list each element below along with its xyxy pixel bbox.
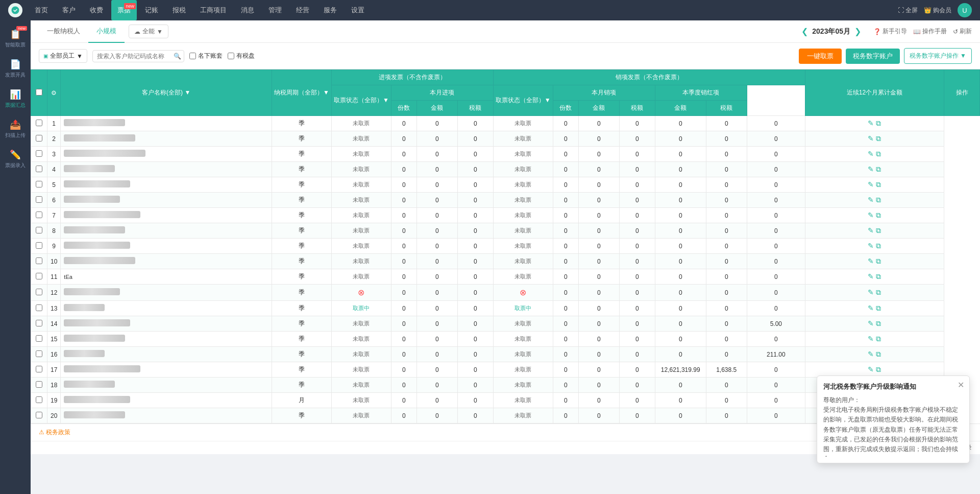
row-client-name[interactable]	[61, 223, 272, 239]
row-client-name[interactable]	[61, 347, 272, 362]
nav-manage[interactable]: 管理	[262, 0, 288, 20]
copy-icon[interactable]: ⧉	[876, 165, 881, 174]
copy-icon[interactable]: ⧉	[876, 211, 881, 220]
digital-account-button[interactable]: 税务数字账户	[846, 49, 900, 64]
copy-icon[interactable]: ⧉	[876, 272, 881, 281]
one-click-invoice-button[interactable]: 一键取票	[799, 49, 842, 64]
row-checkbox[interactable]	[31, 254, 47, 269]
row-checkbox[interactable]	[31, 116, 47, 131]
copy-icon[interactable]: ⧉	[876, 319, 881, 328]
row-client-name[interactable]	[61, 208, 272, 223]
copy-icon[interactable]: ⧉	[876, 119, 881, 128]
nav-settings[interactable]: 设置	[345, 0, 371, 20]
edit-icon[interactable]: ✎	[868, 180, 874, 189]
edit-icon[interactable]: ✎	[868, 304, 874, 313]
row-checkbox[interactable]	[31, 193, 47, 208]
row-client-name[interactable]	[61, 162, 272, 177]
copy-icon[interactable]: ⧉	[876, 257, 881, 266]
row-checkbox[interactable]	[31, 285, 47, 301]
row-checkbox[interactable]	[31, 269, 47, 285]
edit-icon[interactable]: ✎	[868, 365, 874, 374]
row-client-name[interactable]	[61, 177, 272, 193]
copy-icon[interactable]: ⧉	[876, 196, 881, 204]
new-guide-button[interactable]: ❓ 新手引导	[873, 27, 907, 36]
row-client-name[interactable]	[61, 131, 272, 147]
row-checkbox[interactable]	[31, 347, 47, 362]
tab-small-scale[interactable]: 小规模	[88, 20, 125, 43]
edit-icon[interactable]: ✎	[868, 119, 874, 128]
edit-icon[interactable]: ✎	[868, 350, 874, 359]
nav-message[interactable]: 消息	[235, 0, 260, 20]
row-checkbox[interactable]	[31, 316, 47, 332]
edit-icon[interactable]: ✎	[868, 272, 874, 281]
row-checkbox[interactable]	[31, 162, 47, 177]
nav-tax[interactable]: 报税	[166, 0, 192, 20]
copy-icon[interactable]: ⧉	[876, 365, 881, 374]
row-checkbox[interactable]	[31, 177, 47, 193]
row-client-name[interactable]	[61, 193, 272, 208]
row-checkbox[interactable]	[31, 239, 47, 254]
row-checkbox[interactable]	[31, 362, 47, 378]
copy-icon[interactable]: ⧉	[876, 180, 881, 189]
th-in-status[interactable]: 取票状态（全部）▼	[331, 85, 391, 116]
edit-icon[interactable]: ✎	[868, 196, 874, 204]
row-client-name[interactable]	[61, 239, 272, 254]
row-client-name[interactable]	[61, 301, 272, 316]
row-checkbox[interactable]	[31, 131, 47, 147]
row-checkbox[interactable]	[31, 393, 47, 408]
row-client-name[interactable]	[61, 393, 272, 408]
sidebar-item-smart-invoice[interactable]: 📋 智能取票 new	[2, 25, 29, 53]
nav-operation[interactable]: 经营	[290, 0, 315, 20]
row-checkbox[interactable]	[31, 408, 47, 424]
copy-icon[interactable]: ⧉	[876, 226, 881, 235]
refresh-button[interactable]: ↺ 刷新	[953, 27, 972, 36]
th-out-status[interactable]: 取票状态（全部）▼	[493, 85, 553, 116]
copy-icon[interactable]: ⧉	[876, 134, 881, 143]
tab-all[interactable]: ☁ 全能 ▼	[129, 25, 168, 38]
checkbox-under-account[interactable]: 名下账套	[189, 52, 223, 60]
edit-icon[interactable]: ✎	[868, 211, 874, 220]
th-tax-period[interactable]: 纳税周期（全部）▼	[272, 70, 332, 116]
copy-icon[interactable]: ⧉	[876, 242, 881, 250]
search-icon[interactable]: 🔍	[174, 53, 181, 60]
row-client-name[interactable]	[61, 378, 272, 393]
edit-icon[interactable]: ✎	[868, 257, 874, 266]
edit-icon[interactable]: ✎	[868, 134, 874, 143]
tab-general-taxpayer[interactable]: 一般纳税人	[39, 20, 88, 43]
nav-invoice[interactable]: 票据 new	[111, 0, 137, 20]
member-button[interactable]: 👑 购会员	[924, 6, 951, 15]
row-checkbox[interactable]	[31, 208, 47, 223]
sidebar-item-invoice-summary[interactable]: 📊 票据汇总	[2, 85, 29, 113]
row-client-name[interactable]	[61, 332, 272, 347]
search-input[interactable]	[97, 53, 174, 60]
edit-icon[interactable]: ✎	[868, 319, 874, 328]
row-client-name[interactable]	[61, 362, 272, 378]
row-client-name[interactable]	[61, 285, 272, 301]
edit-icon[interactable]: ✎	[868, 242, 874, 250]
policy-link[interactable]: ⚠ 税务政策	[39, 428, 70, 437]
nav-client[interactable]: 客户	[56, 0, 82, 20]
edit-icon[interactable]: ✎	[868, 150, 874, 158]
nav-bookkeeping[interactable]: 记账	[139, 0, 164, 20]
row-checkbox[interactable]	[31, 332, 47, 347]
prev-month-button[interactable]: ❮	[801, 27, 808, 36]
copy-icon[interactable]: ⧉	[876, 350, 881, 359]
next-month-button[interactable]: ❯	[854, 27, 861, 36]
row-client-name[interactable]	[61, 408, 272, 424]
edit-icon[interactable]: ✎	[868, 226, 874, 235]
search-box[interactable]: 🔍	[92, 50, 184, 62]
employee-select[interactable]: ▣ 全部员工 ▼	[39, 49, 87, 63]
settings-icon[interactable]: ⚙	[51, 89, 57, 97]
copy-icon[interactable]: ⧉	[876, 335, 881, 343]
row-client-name[interactable]	[61, 316, 272, 332]
sidebar-item-open-invoice[interactable]: 📄 发票开具	[2, 55, 29, 83]
row-client-name[interactable]	[61, 254, 272, 269]
nav-home[interactable]: 首页	[29, 0, 54, 20]
user-avatar[interactable]: U	[958, 3, 972, 17]
row-checkbox[interactable]	[31, 378, 47, 393]
row-client-name[interactable]: tEa	[61, 269, 272, 285]
out-status-error[interactable]: ⊗	[520, 288, 526, 297]
th-client-name[interactable]: 客户名称(全部) ▼	[61, 70, 272, 116]
copy-icon[interactable]: ⧉	[876, 288, 881, 297]
edit-icon[interactable]: ✎	[868, 288, 874, 297]
